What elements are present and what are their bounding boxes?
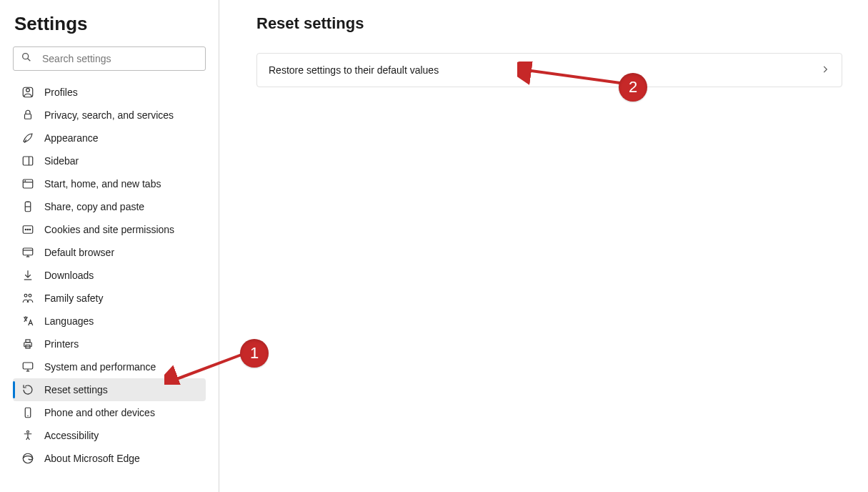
chevron-right-icon [820,64,830,77]
start-home-new-tabs-icon [21,177,34,190]
sidebar-item-label: Sidebar [44,155,79,167]
svg-rect-24 [26,340,30,343]
svg-point-22 [29,294,31,297]
sidebar-item-label: Share, copy and paste [44,201,144,212]
sidebar-item-label: Privacy, search, and services [44,109,174,121]
sidebar-item-system-performance[interactable]: System and performance [13,355,206,378]
sidebar-item-label: Profiles [44,87,78,98]
settings-sidebar: Settings ProfilesPrivacy, search, and se… [0,0,219,492]
restore-settings-row[interactable]: Restore settings to their default values [256,53,842,87]
sidebar-item-profiles[interactable]: Profiles [13,81,206,104]
main-panel: Reset settings Restore settings to their… [219,0,868,492]
sidebar-item-phone-devices[interactable]: Phone and other devices [13,401,206,424]
sidebar-item-sidebar-setting[interactable]: Sidebar [13,149,206,172]
sidebar-item-label: Printers [44,338,79,350]
svg-point-21 [24,294,27,297]
sidebar-item-label: Accessibility [44,430,99,441]
profiles-icon [21,86,34,99]
sidebar-item-label: Family safety [44,292,103,304]
accessibility-icon [21,429,34,442]
sidebar-item-label: About Microsoft Edge [44,453,140,464]
svg-rect-15 [23,248,33,255]
languages-icon [21,315,34,328]
sidebar-item-default-browser[interactable]: Default browser [13,241,206,264]
sidebar-item-privacy[interactable]: Privacy, search, and services [13,104,206,127]
search-input[interactable] [42,53,198,64]
svg-line-1 [28,59,31,62]
cookies-icon [21,223,34,236]
sidebar-item-cookies[interactable]: Cookies and site permissions [13,218,206,241]
reset-settings-icon [21,383,34,396]
phone-devices-icon [21,406,34,419]
sidebar-item-printers[interactable]: Printers [13,333,206,355]
sidebar-item-share-copy-paste[interactable]: Share, copy and paste [13,195,206,218]
family-safety-icon [21,292,34,305]
restore-settings-label: Restore settings to their default values [269,64,439,76]
sidebar-item-about-edge[interactable]: About Microsoft Edge [13,447,206,470]
sidebar-item-label: Languages [44,315,94,327]
privacy-icon [21,109,34,122]
sidebar-item-label: Appearance [44,132,99,144]
sidebar-item-accessibility[interactable]: Accessibility [13,424,206,447]
settings-title: Settings [0,13,219,46]
svg-point-12 [25,229,26,230]
svg-point-32 [23,453,33,463]
sidebar-item-label: Default browser [44,247,114,258]
settings-nav: ProfilesPrivacy, search, and servicesApp… [0,81,219,470]
about-edge-icon [21,452,34,465]
sidebar-item-languages[interactable]: Languages [13,310,206,333]
svg-point-9 [25,181,26,182]
system-performance-icon [21,360,34,373]
appearance-icon [21,132,34,144]
svg-point-13 [27,229,29,230]
svg-point-31 [27,431,29,433]
sidebar-setting-icon [21,154,34,167]
sidebar-item-family-safety[interactable]: Family safety [13,287,206,310]
sidebar-item-label: Phone and other devices [44,407,155,418]
sidebar-item-label: Start, home, and new tabs [44,178,161,190]
search-box[interactable] [13,46,206,71]
sidebar-item-downloads[interactable]: Downloads [13,264,206,287]
printers-icon [21,338,34,350]
sidebar-item-appearance[interactable]: Appearance [13,127,206,149]
svg-point-2 [26,89,30,92]
svg-rect-5 [23,157,33,165]
svg-point-0 [23,54,29,59]
default-browser-icon [21,246,34,259]
sidebar-item-label: System and performance [44,361,156,373]
svg-rect-7 [23,179,33,188]
sidebar-item-reset-settings[interactable]: Reset settings [13,378,206,401]
page-title: Reset settings [256,14,842,33]
search-icon [21,51,32,66]
share-copy-paste-icon [21,200,34,213]
sidebar-item-label: Reset settings [44,384,108,395]
downloads-icon [21,269,34,282]
sidebar-item-label: Downloads [44,270,94,281]
sidebar-item-label: Cookies and site permissions [44,224,174,235]
svg-rect-23 [24,343,32,347]
sidebar-item-start-home-new-tabs[interactable]: Start, home, and new tabs [13,172,206,195]
svg-rect-4 [25,114,31,119]
svg-point-14 [29,229,31,230]
svg-rect-26 [23,363,33,369]
svg-rect-11 [23,226,33,234]
